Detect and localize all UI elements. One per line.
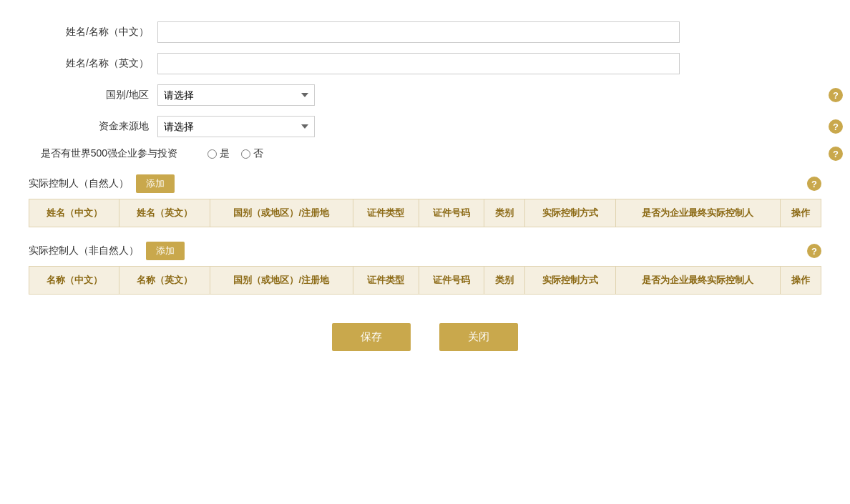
radio-yes-label[interactable]: 是 xyxy=(207,147,230,160)
fund-help-icon[interactable]: ? xyxy=(829,119,843,134)
country-help-icon[interactable]: ? xyxy=(829,88,843,102)
fund-source-select[interactable]: 请选择 xyxy=(157,116,315,137)
natural-person-help-icon[interactable]: ? xyxy=(807,177,821,191)
np-col-cert-type: 证件类型 xyxy=(353,199,419,227)
name-cn-label: 姓名/名称（中文） xyxy=(29,26,157,39)
country-label: 国别/地区 xyxy=(29,89,157,102)
fortune500-help-icon[interactable]: ? xyxy=(829,147,843,161)
country-row: 国别/地区 请选择 ? xyxy=(29,84,821,106)
name-en-input[interactable] xyxy=(157,53,680,74)
radio-yes[interactable] xyxy=(207,149,217,159)
fund-source-row: 资金来源地 请选择 ? xyxy=(29,116,821,137)
nnp-col-name-en: 名称（英文） xyxy=(119,267,210,295)
form-section: 姓名/名称（中文） 姓名/名称（英文） 国别/地区 请选择 ? 资金来源地 请选… xyxy=(29,21,821,160)
np-col-name-cn: 姓名（中文） xyxy=(29,199,119,227)
natural-person-table-header-row: 姓名（中文） 姓名（英文） 国别（或地区）/注册地 证件类型 证件号码 类别 实… xyxy=(29,199,821,227)
name-en-row: 姓名/名称（英文） xyxy=(29,53,821,74)
nnp-col-cert-no: 证件号码 xyxy=(419,267,484,295)
non-natural-person-table-header-row: 名称（中文） 名称（英文） 国别（或地区）/注册地 证件类型 证件号码 类别 实… xyxy=(29,267,821,295)
non-natural-person-table: 名称（中文） 名称（英文） 国别（或地区）/注册地 证件类型 证件号码 类别 实… xyxy=(29,266,821,295)
np-col-country: 国别（或地区）/注册地 xyxy=(210,199,353,227)
nnp-col-is-ultimate: 是否为企业最终实际控制人 xyxy=(615,267,780,295)
natural-person-section-header: 实际控制人（自然人） 添加 ? xyxy=(29,174,821,193)
non-natural-person-help-icon[interactable]: ? xyxy=(807,244,821,258)
radio-no[interactable] xyxy=(241,149,250,159)
nnp-col-cert-type: 证件类型 xyxy=(353,267,419,295)
natural-person-title: 实际控制人（自然人） xyxy=(29,177,129,190)
radio-yes-text: 是 xyxy=(220,147,230,160)
nnp-col-operation: 操作 xyxy=(780,267,821,295)
name-en-label: 姓名/名称（英文） xyxy=(29,57,157,70)
fund-source-label: 资金来源地 xyxy=(29,120,157,133)
name-cn-row: 姓名/名称（中文） xyxy=(29,21,821,43)
fortune500-radio-group: 是 否 xyxy=(207,147,270,160)
name-cn-input[interactable] xyxy=(157,21,680,43)
natural-person-table: 姓名（中文） 姓名（英文） 国别（或地区）/注册地 证件类型 证件号码 类别 实… xyxy=(29,199,821,227)
np-col-is-ultimate: 是否为企业最终实际控制人 xyxy=(615,199,780,227)
radio-no-label[interactable]: 否 xyxy=(241,147,263,160)
natural-person-add-button[interactable]: 添加 xyxy=(136,174,175,193)
nnp-col-name-cn: 名称（中文） xyxy=(29,267,119,295)
non-natural-person-title: 实际控制人（非自然人） xyxy=(29,244,139,257)
nnp-col-country: 国别（或地区）/注册地 xyxy=(210,267,353,295)
non-natural-person-add-button[interactable]: 添加 xyxy=(146,242,185,260)
fortune500-row: 是否有世界500强企业参与投资 是 否 ? xyxy=(29,147,821,160)
nnp-col-control-method: 实际控制方式 xyxy=(525,267,615,295)
np-col-category: 类别 xyxy=(484,199,525,227)
nnp-col-category: 类别 xyxy=(484,267,525,295)
np-col-cert-no: 证件号码 xyxy=(419,199,484,227)
np-col-control-method: 实际控制方式 xyxy=(525,199,615,227)
non-natural-person-section-header: 实际控制人（非自然人） 添加 ? xyxy=(29,242,821,260)
country-select[interactable]: 请选择 xyxy=(157,84,315,106)
close-button[interactable]: 关闭 xyxy=(439,323,518,351)
fortune500-label: 是否有世界500强企业参与投资 xyxy=(29,147,186,160)
bottom-buttons: 保存 关闭 xyxy=(29,323,821,351)
np-col-operation: 操作 xyxy=(780,199,821,227)
radio-no-text: 否 xyxy=(253,147,263,160)
save-button[interactable]: 保存 xyxy=(332,323,411,351)
np-col-name-en: 姓名（英文） xyxy=(119,199,210,227)
